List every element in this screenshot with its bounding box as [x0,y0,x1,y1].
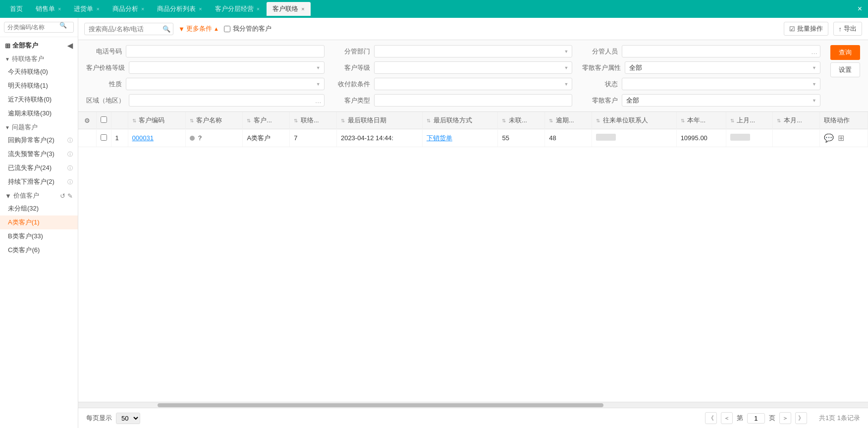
settings-icon[interactable]: ⚙ [84,117,90,124]
horizontal-scrollbar[interactable] [78,402,868,408]
price-grade-label: 客户价格等级 [86,63,129,72]
unit-contact-bar [596,134,616,141]
filter-search-input[interactable] [84,23,173,35]
setting-btn[interactable]: 设置 [830,62,860,77]
select-all-checkbox[interactable] [101,116,107,123]
nav-home[interactable]: 首页 [4,2,29,16]
filter-bar: 🔍 ▼ 更多条件 ▲ 我分管的客户 ☑ 批量操作 ↑ 导出 [78,18,868,40]
sidebar-search-icon[interactable]: 🔍 [59,22,67,29]
phone-input[interactable] [126,45,325,57]
next-page-btn[interactable]: ＞ [779,412,791,424]
nav-product-analysis-close[interactable]: × [141,6,144,12]
sidebar-item-today[interactable]: 今天待联络(0) [0,65,78,79]
table-area: ⚙ ⇅ 客户编码 ⇅ 客户名称 [78,112,868,402]
query-btn[interactable]: 查询 [830,45,860,60]
nav-purchase[interactable]: 进货单 × [68,2,105,16]
grid-icon: ⊞ [5,42,10,50]
th-last-month[interactable]: ⇅ 上月... [726,112,773,129]
nav-customer-contact-close[interactable]: × [301,6,304,12]
th-name[interactable]: ⇅ 客户名称 [185,112,243,129]
nav-customer-segment[interactable]: 客户分层经营 × [209,2,266,16]
payment-select[interactable] [374,78,573,90]
nav-product-list-close[interactable]: × [199,6,202,12]
more-action-icon[interactable]: ⊞ [838,133,844,143]
nav-product-list[interactable]: 商品分析列表 × [151,2,208,16]
contact-method-link[interactable]: 下销货单 [427,134,452,142]
page-size-select[interactable]: 50 [116,413,140,424]
prev-page-btn[interactable]: ＜ [721,412,733,424]
sidebar-item-overdue[interactable]: 逾期未联络(30) [0,107,78,120]
nature-control [126,78,325,90]
sidebar-item-tomorrow[interactable]: 明天待联络(1) [0,79,78,93]
sidebar-collapse-icon[interactable]: ◀ [67,42,73,50]
sidebar-search-area: 🔍 [0,18,78,37]
my-customers-checkbox[interactable]: 我分管的客户 [224,24,271,33]
last-page-btn[interactable]: 》 [795,412,807,424]
sidebar-value-title-btn[interactable]: ▼ 价值客户 [5,191,39,200]
nav-sales[interactable]: 销售单 × [30,2,67,16]
retail-customer-select[interactable]: 全部 [622,94,820,107]
customer-code-link[interactable]: 000031 [132,134,154,142]
filter-search-icon[interactable]: 🔍 [163,25,170,33]
page-input[interactable] [747,413,765,424]
nav-customer-segment-label: 客户分层经营 [215,4,254,13]
customer-type-input[interactable] [374,94,573,107]
sidebar-item-a-class[interactable]: A类客户(1) [0,215,78,229]
sidebar-item-abnormal[interactable]: 回购异常客户(2) ⓘ [0,133,78,147]
td-last-contact-date: 2023-04-12 14:44: [336,129,422,147]
sidebar-item-churned[interactable]: 已流失客户(24) ⓘ [0,161,78,175]
td-last-contact-method: 下销货单 [422,129,497,147]
row-checkbox[interactable] [101,134,107,141]
price-grade-select[interactable] [129,61,325,74]
sidebar-unclassified-label: 未分组(32) [8,204,39,213]
nav-product-analysis[interactable]: 商品分析 × [107,2,150,16]
sidebar-item-declining[interactable]: 持续下滑客户(2) ⓘ [0,175,78,189]
nav-purchase-close[interactable]: × [96,6,99,12]
th-last-contact-method[interactable]: ⇅ 最后联络方式 [422,112,497,129]
sidebar-problem-customers-group[interactable]: ▼ 问题客户 [0,120,78,133]
th-this-year[interactable]: ⇅ 本年... [676,112,726,129]
filter-row-1: 电话号码 分管部门 分管人员 [86,45,820,57]
sidebar-item-unclassified[interactable]: 未分组(32) [0,202,78,215]
filter-more-btn[interactable]: ▼ 更多条件 ▲ [178,24,219,33]
customer-table: ⚙ ⇅ 客户编码 ⇅ 客户名称 [78,112,868,147]
staff-input[interactable] [622,45,820,57]
th-uncontacted[interactable]: ⇅ 未联... [498,112,545,129]
value-refresh-icon[interactable]: ↺ [60,192,65,200]
area-dots-icon[interactable]: … [315,97,322,104]
customer-level-select[interactable] [374,61,573,74]
contact-action-icon[interactable]: 💬 [824,133,834,143]
batch-op-btn[interactable]: ☑ 批量操作 [784,22,828,36]
sidebar-item-c-class[interactable]: C类客户(6) [0,243,78,257]
phone-label: 电话号码 [86,47,126,56]
export-btn[interactable]: ↑ 导出 [833,22,863,36]
area-control: … [129,94,325,107]
sidebar-item-churn-warning[interactable]: 流失预警客户(3) ⓘ [0,147,78,161]
sidebar-item-b-class[interactable]: B类客户(33) [0,229,78,243]
sidebar-pending-contact-group[interactable]: ▼ 待联络客户 [0,52,78,65]
first-page-btn[interactable]: 《 [705,412,717,424]
th-unit-contact[interactable]: ⇅ 往来单位联系人 [592,112,676,129]
th-customer-type[interactable]: ⇅ 客户... [243,112,290,129]
nav-close-all[interactable]: × [856,2,864,15]
top-nav: 首页 销售单 × 进货单 × 商品分析 × 商品分析列表 × 客户分层经营 × … [0,0,868,18]
th-overdue[interactable]: ⇅ 逾期... [545,112,592,129]
staff-dots-icon[interactable]: … [811,48,817,55]
th-code[interactable]: ⇅ 客户编码 [128,112,185,129]
my-customers-check[interactable] [224,26,230,32]
retail-attr-select[interactable]: 全部 [625,61,820,74]
nav-customer-contact[interactable]: 客户联络 × [267,2,310,16]
th-this-month[interactable]: ⇅ 本月... [773,112,820,129]
nav-customer-segment-close[interactable]: × [257,6,260,12]
status-select[interactable] [622,78,820,90]
sidebar-item-7days[interactable]: 近7天待联络(0) [0,93,78,107]
nature-select[interactable] [126,78,325,90]
dept-select[interactable] [374,45,573,57]
th-last-contact-date[interactable]: ⇅ 最后联络日期 [336,112,422,129]
nav-sales-close[interactable]: × [58,6,61,12]
value-edit-icon[interactable]: ✎ [67,192,73,200]
th-contact-count[interactable]: ⇅ 联络... [290,112,337,129]
export-label: 导出 [844,24,857,33]
area-input[interactable] [129,94,325,107]
batch-icon: ☑ [789,25,795,33]
